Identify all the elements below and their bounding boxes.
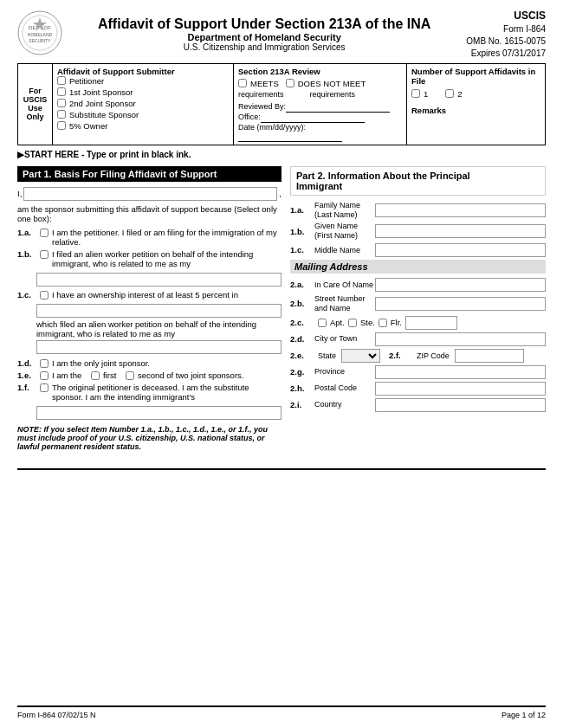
am-text: am the sponsor submitting this affidavit… bbox=[17, 204, 282, 223]
item1c-input2[interactable] bbox=[36, 340, 282, 354]
item1f-checkbox[interactable] bbox=[40, 383, 49, 392]
number-support-cell: Number of Support Affidavits in File 1 2… bbox=[407, 63, 546, 145]
province-input[interactable] bbox=[375, 365, 546, 379]
page: DEPT OF HOMELAND SECURITY Affidavit of S… bbox=[0, 0, 563, 728]
footer-right: Page 1 of 12 bbox=[502, 711, 546, 719]
uscis-label: USCIS bbox=[466, 9, 546, 23]
uscis-logo: DEPT OF HOMELAND SECURITY bbox=[17, 10, 62, 57]
header: DEPT OF HOMELAND SECURITY Affidavit of S… bbox=[17, 9, 546, 60]
date-row: Date (mm/dd/yyyy): bbox=[238, 123, 402, 142]
part1-header: Part 1. Basis For Filing Affidavit of Su… bbox=[17, 166, 282, 182]
field-apt-row: 2.c. Apt. Ste. Flr. bbox=[290, 316, 546, 330]
section-213a-cell: Section 213A Review MEETS DOES NOT MEET … bbox=[234, 63, 407, 145]
joint2-checkbox-row: 2nd Joint Sponsor bbox=[57, 99, 229, 108]
does-not-meet-checkbox[interactable] bbox=[286, 79, 294, 87]
main-content: Part 1. Basis For Filing Affidavit of Su… bbox=[17, 166, 546, 451]
field-state-zip-row: 2.e. State ALAKAZCA COCTFLGA HIIDILNY TX… bbox=[290, 349, 546, 363]
item1e-first-checkbox[interactable] bbox=[91, 371, 100, 380]
owner-checkbox[interactable] bbox=[57, 121, 66, 130]
dept-name: Department of Homeland Security bbox=[62, 32, 466, 42]
country-input[interactable] bbox=[375, 398, 546, 412]
page-footer: Form I-864 07/02/15 N Page 1 of 12 bbox=[17, 705, 546, 719]
part1-column: Part 1. Basis For Filing Affidavit of Su… bbox=[17, 166, 282, 451]
apt-number-input[interactable] bbox=[405, 316, 457, 330]
petitioner-checkbox-row: Petitioner bbox=[57, 76, 229, 86]
num1-checkbox[interactable] bbox=[411, 89, 420, 98]
petitioner-checkbox[interactable] bbox=[57, 76, 66, 85]
field-province-row: 2.g. Province bbox=[290, 365, 546, 379]
office-row: Office: bbox=[238, 113, 402, 123]
form-number: Form I-864 bbox=[466, 23, 546, 35]
page-divider bbox=[17, 468, 546, 470]
footer-left: Form I-864 07/02/15 N bbox=[17, 711, 96, 719]
field-city-row: 2.d. City or Town bbox=[290, 332, 546, 346]
item1c-checkbox[interactable] bbox=[40, 291, 49, 300]
remarks-cell: Remarks bbox=[411, 106, 540, 115]
field-street-row: 2.b. Street Numberand Name bbox=[290, 294, 546, 313]
for-use-cell: For USCIS Use Only bbox=[18, 63, 53, 145]
ste-checkbox[interactable] bbox=[348, 319, 357, 327]
field-given-name-row: 1.b. Given Name(First Name) bbox=[290, 222, 546, 241]
sponsor-name-input[interactable] bbox=[23, 187, 277, 201]
family-name-input[interactable] bbox=[375, 203, 546, 217]
num1-checkbox-row: 1 bbox=[411, 89, 428, 99]
field-middle-name-row: 1.c. Middle Name bbox=[290, 243, 546, 257]
item1e-checkbox[interactable] bbox=[40, 371, 49, 380]
item1d-row: 1.d. I am the only joint sponsor. bbox=[17, 358, 282, 368]
mailing-address-header: Mailing Address bbox=[290, 260, 546, 274]
item1e-row: 1.e. I am the first second of two joint … bbox=[17, 370, 282, 380]
flr-checkbox[interactable] bbox=[379, 319, 387, 327]
item1e-second-checkbox[interactable] bbox=[126, 371, 134, 380]
middle-name-input[interactable] bbox=[375, 243, 546, 257]
state-select[interactable]: ALAKAZCA COCTFLGA HIIDILNY TXWA bbox=[341, 349, 380, 363]
owner-checkbox-row: 5% Owner bbox=[57, 121, 229, 131]
item1b-row: 1.b. I filed an alien worker petition on… bbox=[17, 249, 282, 268]
substitute-checkbox-row: Substitute Sponsor bbox=[57, 110, 229, 119]
does-not-meet-checkbox-row: DOES NOT MEET bbox=[286, 79, 366, 88]
meets-checkbox-row: MEETS bbox=[238, 79, 279, 88]
agency-name: U.S. Citizenship and Immigration Service… bbox=[62, 42, 466, 52]
joint2-checkbox[interactable] bbox=[57, 99, 66, 107]
main-title: Affidavit of Support Under Section 213A … bbox=[62, 16, 466, 32]
item1b-input[interactable] bbox=[36, 273, 282, 287]
part2-column: Part 2. Information About the Principal … bbox=[290, 166, 546, 415]
meets-checkbox[interactable] bbox=[238, 79, 247, 87]
postal-code-input[interactable] bbox=[375, 382, 546, 396]
expiry-date: Expires 07/31/2017 bbox=[466, 48, 546, 60]
substitute-checkbox[interactable] bbox=[57, 110, 66, 119]
zip-input[interactable] bbox=[455, 349, 524, 363]
part2-header: Part 2. Information About the Principal … bbox=[290, 166, 546, 196]
item1c-input1[interactable] bbox=[36, 304, 282, 318]
svg-text:HOMELAND: HOMELAND bbox=[28, 32, 53, 37]
omb-number: OMB No. 1615-0075 bbox=[466, 35, 546, 48]
info-table: For USCIS Use Only Affidavit of Support … bbox=[17, 63, 546, 145]
item1b-checkbox[interactable] bbox=[40, 250, 49, 259]
note-text: NOTE: If you select Item Number 1.a., 1.… bbox=[17, 425, 282, 451]
reviewed-by-row: Reviewed By: bbox=[238, 102, 402, 113]
street-input[interactable] bbox=[375, 297, 546, 311]
joint1-checkbox-row: 1st Joint Sponsor bbox=[57, 87, 229, 97]
field-country-row: 2.i. Country bbox=[290, 398, 546, 412]
item1c-suffix: which filed an alien worker petition on … bbox=[36, 319, 282, 338]
num2-checkbox-row: 2 bbox=[445, 89, 462, 99]
joint1-checkbox[interactable] bbox=[57, 87, 66, 96]
item1f-input[interactable] bbox=[36, 406, 282, 420]
header-uscis-info: USCIS Form I-864 OMB No. 1615-0075 Expir… bbox=[466, 9, 546, 60]
svg-text:SECURITY: SECURITY bbox=[29, 38, 51, 43]
affidavit-submitter-cell: Affidavit of Support Submitter Petitione… bbox=[53, 63, 234, 145]
num2-checkbox[interactable] bbox=[445, 89, 454, 98]
start-here-text: ▶START HERE - Type or print in black ink… bbox=[17, 150, 546, 159]
item1c-row: 1.c. I have an ownership interest of at … bbox=[17, 290, 282, 300]
item1d-checkbox[interactable] bbox=[40, 359, 49, 368]
header-title: Affidavit of Support Under Section 213A … bbox=[62, 16, 466, 52]
given-name-input[interactable] bbox=[375, 224, 546, 238]
requirements-text: requirements requirements bbox=[238, 90, 402, 99]
in-care-of-input[interactable] bbox=[375, 278, 546, 292]
field-in-care-of-row: 2.a. In Care Of Name bbox=[290, 278, 546, 292]
item1a-row: 1.a. I am the petitioner. I filed or am … bbox=[17, 228, 282, 247]
field-family-name-row: 1.a. Family Name(Last Name) bbox=[290, 201, 546, 220]
apt-checkbox[interactable] bbox=[318, 319, 327, 327]
sponsor-name-row: I, , bbox=[17, 187, 282, 201]
item1a-checkbox[interactable] bbox=[40, 229, 49, 237]
city-input[interactable] bbox=[375, 332, 546, 346]
